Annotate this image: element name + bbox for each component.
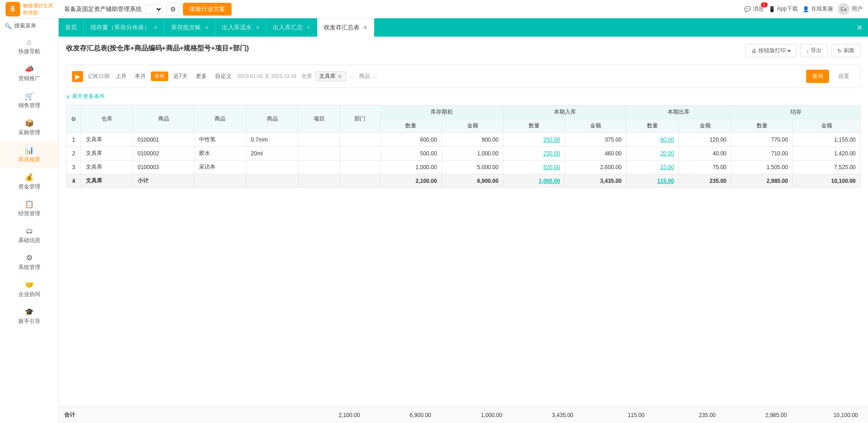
- date-chip-last-month[interactable]: 上月: [112, 71, 130, 81]
- user-area[interactable]: Ea 用户: [838, 3, 862, 15]
- row1-out-amt: 120.00: [679, 133, 731, 147]
- sidebar-item-marketing[interactable]: 📣 营销推广: [0, 60, 58, 87]
- row3-warehouse: 文具库: [81, 160, 133, 174]
- date-filter-section: 记账日期 上月 本月 本年 近7天 更多 自定义 2023-01-01 至 20…: [88, 71, 297, 81]
- online-service-icon: 👤: [802, 6, 809, 12]
- row1-closing-amt: 1,155.00: [793, 133, 861, 147]
- subtotal-no: 4: [66, 174, 81, 188]
- col-header-out-amt: 金额: [679, 119, 731, 133]
- warehouse-filter-dots[interactable]: ···: [349, 73, 354, 80]
- date-chip-this-month[interactable]: 本月: [132, 71, 149, 81]
- row2-in-qty[interactable]: 230.00: [503, 147, 565, 160]
- total-closing-qty: 2,985.00: [720, 412, 791, 418]
- total-row: 合计 2,100.00 6,900.00 1,000.00 3,435.00 1…: [64, 411, 862, 419]
- table-settings-header[interactable]: ⚙: [66, 105, 81, 133]
- try-industry-button[interactable]: 体验行业方案: [183, 3, 232, 16]
- export-icon: ↓: [806, 48, 809, 54]
- total-in-qty: 1,000.00: [436, 412, 507, 418]
- sidebar-item-basic-info[interactable]: 🗂 基础信息: [0, 222, 58, 249]
- bottom-bar: 合计 2,100.00 6,900.00 1,000.00 3,435.00 1…: [59, 407, 868, 423]
- tab-close-all-btn[interactable]: ✕: [851, 23, 868, 32]
- row2-opening-amt: 1,000.00: [442, 147, 503, 160]
- tab-close-recv-send[interactable]: ✕: [363, 25, 367, 31]
- logo-icon: 6: [6, 2, 20, 16]
- logo-area: 6 畅捷通好生意 标准版: [6, 2, 64, 16]
- sidebar-item-system[interactable]: ⚙ 系统管理: [0, 249, 58, 276]
- row2-project: [299, 147, 339, 160]
- row2-closing-amt: 1,420.00: [793, 147, 861, 160]
- date-chip-more[interactable]: 更多: [193, 71, 210, 81]
- row3-opening-amt: 5,000.00: [442, 160, 503, 174]
- sidebar-item-inventory[interactable]: 📊 库存核算: [0, 141, 58, 168]
- row1-in-qty[interactable]: 250.00: [503, 133, 565, 147]
- refresh-icon: ↻: [837, 48, 842, 54]
- date-label: 记账日期: [88, 72, 110, 80]
- subtotal-col4: [246, 174, 299, 188]
- page-title: 收发存汇总表(按仓库+商品编码+商品+规格型号+项目+部门): [66, 44, 249, 53]
- subtotal-out-qty[interactable]: 115.00: [626, 174, 679, 188]
- row3-closing-qty: 1,505.00: [731, 160, 793, 174]
- sidebar-item-finance[interactable]: 💰 资金管理: [0, 168, 58, 195]
- sidebar-item-purchase[interactable]: 📦 采购管理: [0, 114, 58, 141]
- sys-title-select[interactable]: [145, 4, 163, 14]
- row3-project: [299, 160, 339, 174]
- app-download-icon: 📱: [768, 6, 775, 12]
- tab-close-inout-flow[interactable]: ✕: [255, 25, 260, 31]
- sidebar-item-quick-nav[interactable]: ⌂ 快捷导航: [0, 33, 58, 60]
- date-range-text: 2023-01-01 至 2023-12-31: [238, 73, 297, 80]
- sidebar-item-operations[interactable]: 📋 经营管理: [0, 195, 58, 222]
- total-label: 合计: [64, 411, 156, 419]
- message-badge: 6: [761, 2, 768, 7]
- col-header-dept: 部门: [339, 105, 380, 133]
- tab-bar: 首页 现存量（库存分布表） ✕ 库存批次账 ✕ 出入库流水 ✕ 出入库汇总 ✕: [59, 18, 868, 37]
- tab-inout-flow[interactable]: 出入库流水 ✕: [216, 18, 266, 37]
- warehouse-tag-remove[interactable]: ✕: [337, 73, 342, 80]
- print-btn[interactable]: 🖨 按钮版打印 ▾: [745, 44, 796, 57]
- sys-title-area: 装备及固定资产辅助管理系统 ⚙ 体验行业方案: [64, 3, 744, 16]
- date-chip-this-year[interactable]: 本年: [151, 71, 168, 81]
- date-chip-custom[interactable]: 自定义: [212, 71, 235, 81]
- subtotal-opening-qty: 2,100.00: [380, 174, 442, 188]
- expand-conditions-btn[interactable]: ∨ 展开更多条件: [66, 93, 861, 100]
- search-menu-btn[interactable]: 🔍 搜索菜单: [0, 18, 58, 33]
- row3-in-qty[interactable]: 520.00: [503, 160, 565, 174]
- subtotal-in-qty[interactable]: 1,000.00: [503, 174, 565, 188]
- row2-closing-qty: 710.00: [731, 147, 793, 160]
- filter-collapse-btn[interactable]: ▶: [72, 71, 83, 82]
- message-btn[interactable]: 💬 消息 6: [744, 5, 764, 13]
- row1-opening-qty: 600.00: [380, 133, 442, 147]
- row2-out-qty[interactable]: 20.00: [626, 147, 679, 160]
- total-out-amt: 235.00: [649, 412, 720, 418]
- inventory-icon: 📊: [25, 146, 34, 154]
- tab-recv-send[interactable]: 收发存汇总表 ✕: [317, 18, 374, 37]
- sidebar-item-sales[interactable]: 🛒 销售管理: [0, 87, 58, 114]
- sidebar-item-enterprise[interactable]: 🤝 企业协同: [0, 276, 58, 303]
- online-service-btn[interactable]: 👤 在线客服: [802, 5, 833, 13]
- subtotal-closing-amt: 10,100.00: [793, 174, 861, 188]
- goods-filter-dots[interactable]: ···: [373, 73, 378, 80]
- warehouse-tag[interactable]: 文具库 ✕: [315, 71, 346, 82]
- settings-gear-btn[interactable]: ⚙: [166, 3, 179, 16]
- subtotal-closing-qty: 2,985.00: [731, 174, 793, 188]
- tab-close-batch[interactable]: ✕: [205, 25, 209, 31]
- refresh-btn[interactable]: ↻ 刷新: [831, 44, 861, 57]
- tab-inout-summary[interactable]: 出入库汇总 ✕: [266, 18, 317, 37]
- tab-home[interactable]: 首页: [59, 18, 84, 37]
- guide-icon: 🎓: [25, 308, 34, 316]
- query-btn[interactable]: 查询: [806, 70, 829, 83]
- total-opening-amt: 6,900.00: [365, 412, 436, 418]
- row3-out-qty[interactable]: 15.00: [626, 160, 679, 174]
- setting-btn[interactable]: 设置: [833, 70, 855, 82]
- row3-out-amt: 75.00: [679, 160, 731, 174]
- app-download-btn[interactable]: 📱 App下载: [768, 5, 798, 13]
- tab-close-stock-dist[interactable]: ✕: [154, 25, 158, 31]
- sidebar-item-guide[interactable]: 🎓 新手引导: [0, 303, 58, 330]
- tab-close-inout-summary[interactable]: ✕: [306, 25, 310, 31]
- tab-batch[interactable]: 库存批次账 ✕: [165, 18, 216, 37]
- date-chip-7days[interactable]: 近7天: [170, 71, 191, 81]
- expand-chevron-icon: ∨: [66, 93, 70, 100]
- export-btn[interactable]: ↓ 导出: [800, 44, 828, 57]
- row1-out-qty[interactable]: 80.00: [626, 133, 679, 147]
- col-header-opening-qty: 数量: [380, 119, 442, 133]
- tab-stock-dist[interactable]: 现存量（库存分布表） ✕: [84, 18, 165, 37]
